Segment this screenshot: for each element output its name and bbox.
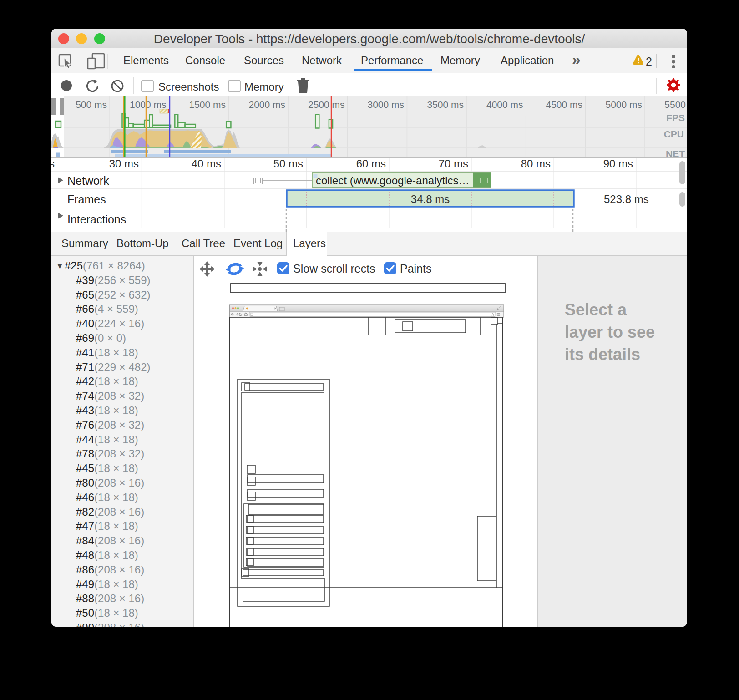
svg-text:50 ms: 50 ms: [273, 158, 303, 170]
svg-text:30 ms: 30 ms: [109, 158, 139, 170]
svg-text:1000 ms: 1000 ms: [130, 99, 167, 110]
svg-text:40 ms: 40 ms: [192, 158, 221, 170]
svg-text:90 ms: 90 ms: [603, 158, 633, 170]
svg-text:3000 ms: 3000 ms: [367, 99, 404, 110]
svg-text:FPS: FPS: [666, 112, 685, 123]
svg-text:s: s: [51, 158, 55, 170]
svg-text:1500 ms: 1500 ms: [189, 99, 226, 110]
svg-text:60 ms: 60 ms: [356, 158, 386, 170]
svg-text:70 ms: 70 ms: [439, 158, 468, 170]
svg-text:4500 ms: 4500 ms: [546, 99, 582, 110]
svg-text:CPU: CPU: [664, 129, 684, 139]
svg-text:500 ms: 500 ms: [76, 99, 107, 110]
svg-text:5000 ms: 5000 ms: [605, 99, 642, 110]
svg-text:2500 ms: 2500 ms: [308, 99, 345, 110]
svg-text:5500: 5500: [664, 99, 686, 110]
svg-text:80 ms: 80 ms: [521, 158, 551, 170]
svg-text:3500 ms: 3500 ms: [427, 99, 464, 110]
svg-text:4000 ms: 4000 ms: [486, 99, 523, 110]
svg-text:2: 2: [646, 55, 652, 68]
svg-text:2000 ms: 2000 ms: [248, 99, 285, 110]
